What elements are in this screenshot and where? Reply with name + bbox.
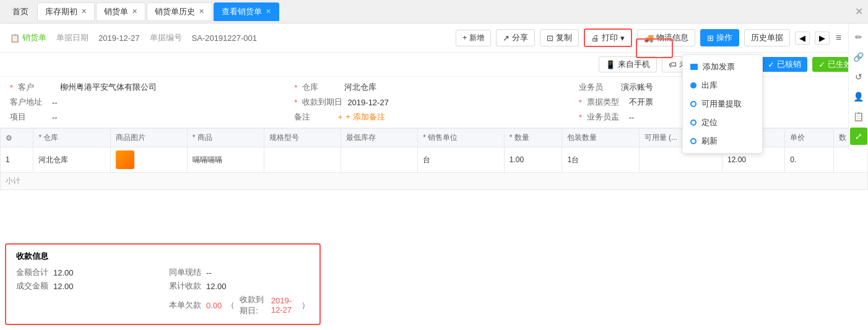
close-all-button[interactable]: ✕ — [855, 6, 863, 17]
current-owed-value: 0.00 — [206, 301, 222, 310]
from-phone-button[interactable]: 📱 来自手机 — [599, 56, 657, 72]
same-settlement-label: 同单现结 — [169, 267, 201, 278]
dropdown-item-refresh[interactable]: 刷新 — [683, 132, 762, 150]
outbound-label: 出库 — [701, 80, 718, 91]
toolbar: + 新增 ↗ 分享 ⊡ 复制 🖨 打印 ▾ 🚚 物流信息 ⊞ 操作 — [456, 28, 858, 47]
location-icon — [690, 119, 697, 126]
dropdown-item-location[interactable]: 定位 — [683, 113, 762, 132]
subtotal-row: 小计 — [1, 173, 868, 190]
tab-label: 销货单历史 — [155, 6, 195, 17]
col-img: 商品图片 — [110, 129, 187, 147]
right-sidebar: ✏ 🔗 ↺ 👤 📋 ⤢ — [848, 24, 868, 150]
subtotal-label: 小计 — [1, 173, 868, 190]
dropdown-item-available-pickup[interactable]: 可用量提取 — [683, 95, 762, 113]
available-pickup-label: 可用量提取 — [701, 98, 742, 110]
customer-label: 客户 — [18, 82, 55, 93]
sidebar-icon-edit[interactable]: ✏ — [850, 28, 867, 46]
phone-icon: 📱 — [605, 60, 615, 69]
new-button[interactable]: + 新增 — [456, 30, 490, 46]
list-view-button[interactable]: ≡ — [835, 31, 843, 45]
add-note-button[interactable]: ＋ + 添加备注 — [336, 111, 384, 123]
number-value: SA-20191227-001 — [192, 33, 258, 43]
sidebar-icon-expand[interactable]: ⤢ — [850, 128, 867, 145]
refresh-icon — [690, 138, 697, 144]
address-label: 客户地址 — [10, 97, 47, 108]
next-button[interactable]: ▶ — [815, 32, 830, 45]
sidebar-icon-refresh[interactable]: ↺ — [850, 68, 867, 85]
doc-type-icon: 📋 销货单 — [10, 32, 46, 43]
ticket-icon: 🏷 — [669, 60, 677, 69]
sidebar-icon-link[interactable]: 🔗 — [850, 48, 867, 66]
prev-button[interactable]: ◀ — [795, 32, 810, 45]
ticket-label: 票据类型 — [587, 97, 624, 108]
col-qty: * 数量 — [504, 129, 562, 147]
cell-warehouse: 河北仓库 — [33, 147, 110, 173]
current-owed-label: 本单欠款 — [169, 300, 201, 311]
copy-label: 复制 — [556, 32, 572, 43]
print-label: 打印 — [602, 32, 618, 43]
warehouse-label: 仓库 — [302, 82, 339, 93]
doc-icon-symbol: 📋 — [10, 33, 20, 43]
payment-grid: 金额合计 12.00 成交金额 12.00 同单现结 -- 累计收款 12.00… — [16, 266, 310, 318]
tab-close-view[interactable]: ✕ — [266, 7, 271, 15]
payment-date-group: * 收款到期日 2019-12-27 — [294, 97, 573, 108]
col-unit: * 销售单位 — [418, 129, 504, 147]
current-owed-row: 本单欠款 0.00 （ 收款到期日: 2019-12-27 ） — [169, 293, 310, 318]
tab-inventory-init[interactable]: 库存期初 ✕ — [37, 2, 95, 21]
dropdown-item-add-invoice[interactable]: 添加发票 — [683, 58, 762, 76]
same-settlement-value: -- — [206, 268, 212, 277]
address-group: 客户地址 -- — [10, 97, 289, 108]
date-value: 2019-12-27 — [98, 33, 140, 43]
doc-header: 📋 销货单 单据日期 2019-12-27 单据编号 SA-20191227-0… — [0, 24, 868, 53]
product-image — [116, 150, 134, 169]
add-invoice-icon — [690, 64, 698, 70]
tab-sales-history[interactable]: 销货单历史 ✕ — [147, 2, 212, 21]
transaction-value: 12.00 — [53, 282, 74, 291]
history-button[interactable]: 历史单据 — [744, 29, 790, 46]
tab-view-sales[interactable]: 查看销货单 ✕ — [214, 2, 279, 21]
cumulative-value: 12.00 — [206, 282, 227, 291]
operation-button[interactable]: ⊞ 操作 — [700, 29, 739, 46]
grid-icon: ⊞ — [707, 33, 714, 43]
payment-date-label: 收款到期日 — [302, 97, 342, 108]
staff2-label: 业务员盂 — [587, 111, 624, 123]
location-label: 定位 — [701, 117, 718, 128]
tab-close-sales[interactable]: ✕ — [132, 7, 137, 15]
customer-group: * 客户 柳州粤港平安气体有限公司 — [10, 82, 289, 93]
refresh-label: 刷新 — [701, 136, 718, 147]
staff-label: 业务员 — [579, 82, 616, 93]
project-label: 项目 — [10, 111, 47, 123]
col-spec: 规格型号 — [264, 129, 341, 147]
available-pickup-icon — [690, 101, 697, 107]
cell-min-stock — [341, 147, 418, 173]
cell-pack-qty: 1台 — [562, 147, 639, 173]
print-icon: 🖨 — [591, 33, 599, 43]
number-label: 单据编号 — [150, 32, 182, 43]
cell-product: 嗝嗝嗝嗝 — [187, 147, 264, 173]
col-price: 单价 — [785, 129, 833, 147]
payment-section: 收款信息 金额合计 12.00 成交金额 12.00 同单现结 -- 累计收款 … — [5, 243, 321, 325]
amount-label: 金额合计 — [16, 267, 48, 278]
operation-label: 操作 — [716, 32, 732, 43]
check-circle-icon2: ✓ — [818, 60, 825, 69]
dropdown-item-outbound[interactable]: 出库 — [683, 76, 762, 95]
tab-sales-order[interactable]: 销货单 ✕ — [96, 2, 145, 21]
copy-button[interactable]: ⊡ 复制 — [540, 29, 579, 46]
share-button[interactable]: ↗ 分享 — [496, 29, 535, 46]
logistics-label: 物流信息 — [656, 32, 688, 43]
logistics-button[interactable]: 🚚 物流信息 — [637, 29, 695, 46]
sidebar-icon-user[interactable]: 👤 — [850, 88, 867, 105]
tab-close-history[interactable]: ✕ — [199, 7, 204, 15]
cumulative-label: 累计收款 — [169, 280, 201, 292]
history-label: 历史单据 — [751, 32, 783, 43]
same-settlement-row: 同单现结 -- — [169, 266, 310, 279]
address-value: -- — [52, 98, 126, 107]
cell-amount — [833, 147, 867, 173]
sidebar-icon-clipboard[interactable]: 📋 — [850, 108, 867, 125]
warehouse-group: * 仓库 河北仓库 — [294, 82, 573, 93]
tab-close-inventory[interactable]: ✕ — [81, 7, 87, 15]
amount-row: 金额合计 12.00 — [16, 266, 157, 279]
print-button[interactable]: 🖨 打印 ▾ — [584, 28, 632, 47]
col-pack-qty: 包装数量 — [562, 129, 639, 147]
tab-home[interactable]: 首页 — [5, 6, 36, 17]
